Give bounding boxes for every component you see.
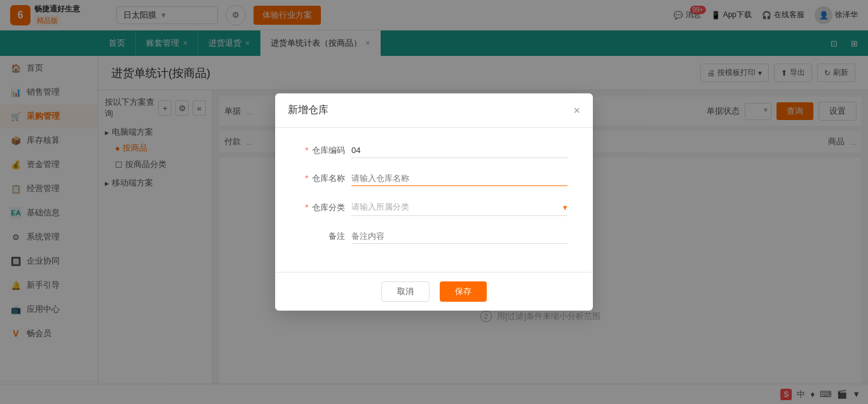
form-row-note: 备注 xyxy=(301,229,567,244)
form-row-code: * 仓库编码 xyxy=(301,143,567,158)
form-row-name: * 仓库名称 xyxy=(301,171,567,186)
cancel-button[interactable]: 取消 xyxy=(381,281,430,302)
category-select[interactable]: 请输入所属分类 ▾ xyxy=(351,199,567,216)
modal-close-button[interactable]: × xyxy=(573,105,580,116)
modal-title: 新增仓库 xyxy=(288,104,329,117)
modal-footer: 取消 保存 xyxy=(275,272,593,311)
category-dropdown-arrow: ▾ xyxy=(563,203,567,212)
category-placeholder: 请输入所属分类 xyxy=(351,201,409,213)
code-input[interactable] xyxy=(351,143,567,158)
modal-add-warehouse: 新增仓库 × * 仓库编码 * 仓库名称 xyxy=(275,93,593,311)
category-label: * 仓库分类 xyxy=(301,202,351,213)
name-input[interactable] xyxy=(351,171,567,186)
form-row-category: * 仓库分类 请输入所属分类 ▾ xyxy=(301,199,567,216)
name-label: * 仓库名称 xyxy=(301,173,351,184)
save-button[interactable]: 保存 xyxy=(440,281,487,302)
note-label: 备注 xyxy=(301,231,351,242)
modal-header: 新增仓库 × xyxy=(275,93,593,128)
note-input[interactable] xyxy=(351,229,567,244)
code-label: * 仓库编码 xyxy=(301,145,351,156)
modal-overlay: 新增仓库 × * 仓库编码 * 仓库名称 xyxy=(0,0,868,404)
modal-body: * 仓库编码 * 仓库名称 * 仓库分类 请输入 xyxy=(275,128,593,272)
